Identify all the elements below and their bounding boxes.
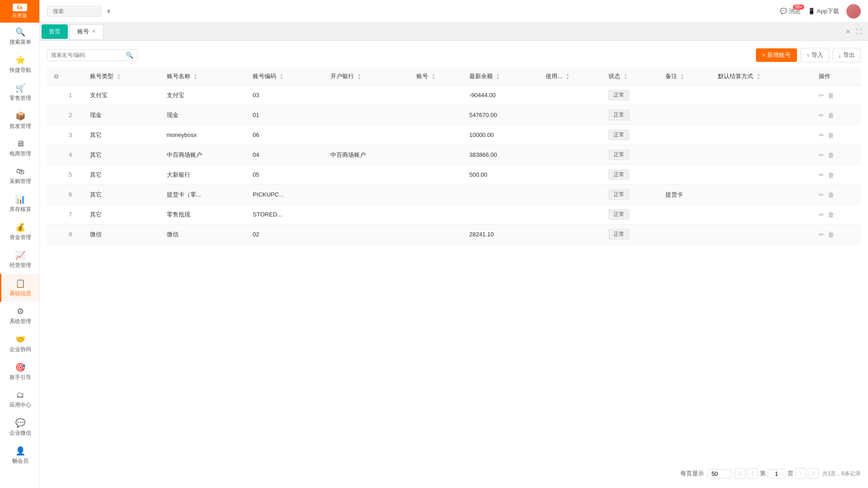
message-button[interactable]: 💬 消息 99+ — [780, 7, 801, 15]
member-icon: 👤 — [15, 446, 25, 456]
edit-button[interactable]: ✏ — [819, 211, 824, 218]
row-default-settlement — [714, 165, 815, 185]
toolbar: 🔍 + 新增账号 ↑ 导入 ↓ 导出 — [47, 48, 861, 62]
edit-button[interactable]: ✏ — [819, 131, 824, 139]
sidebar-item-sys-mgmt[interactable]: ⚙ 系统管理 — [0, 302, 39, 330]
add-account-button[interactable]: + 新增账号 — [756, 48, 797, 62]
page-first-button[interactable]: ⟨⟨ — [735, 468, 745, 479]
account-search-input[interactable] — [51, 52, 126, 58]
sidebar-item-search-menu[interactable]: 🔍 搜索菜单 — [0, 23, 39, 51]
export-icon: ↓ — [839, 52, 842, 59]
sidebar-item-label: 零售管理 — [9, 94, 31, 102]
row-status: 正常 — [605, 85, 662, 105]
export-button[interactable]: ↓ 导出 — [833, 48, 861, 62]
row-status: 正常 — [605, 105, 662, 125]
delete-button[interactable]: 🗑 — [828, 92, 834, 99]
page-nav: ⟨⟨ ⟨ 第 页 ⟩ ⟩⟩ — [735, 468, 819, 479]
status-badge: 正常 — [609, 189, 629, 200]
page-last-button[interactable]: ⟩⟩ — [808, 468, 819, 479]
row-settings-cell — [47, 185, 65, 205]
tab-close-icon[interactable]: ✕ — [92, 28, 96, 34]
edit-button[interactable]: ✏ — [819, 231, 824, 238]
row-usage — [542, 125, 605, 145]
retail-icon: 🛒 — [15, 83, 25, 93]
page-number-input[interactable] — [768, 469, 786, 479]
sidebar-item-ecommerce-mgmt[interactable]: 🖥 电商管理 — [0, 135, 39, 162]
sidebar-item-purchase-mgmt[interactable]: 🛍 采购管理 — [0, 162, 39, 190]
page-next-button[interactable]: ⟩ — [795, 468, 806, 479]
delete-button[interactable]: 🗑 — [828, 231, 834, 238]
header-left: ▾ — [47, 6, 111, 17]
row-type: 其它 — [86, 205, 163, 225]
col-balance[interactable]: 最新余额 ▲▼ — [466, 68, 542, 85]
delete-button[interactable]: 🗑 — [828, 191, 834, 198]
edit-button[interactable]: ✏ — [819, 191, 824, 198]
window-close-button[interactable]: ✕ — [844, 28, 852, 35]
tab-accounts[interactable]: 账号 ✕ — [70, 24, 104, 39]
col-type[interactable]: 账号类型 ▲▼ — [86, 68, 163, 85]
col-bank[interactable]: 开户银行 ▲▼ — [327, 68, 413, 85]
sidebar-item-ops-mgmt[interactable]: 📈 经营管理 — [0, 246, 39, 274]
delete-button[interactable]: 🗑 — [828, 151, 834, 159]
header-dropdown-icon[interactable]: ▾ — [107, 6, 111, 16]
user-avatar[interactable] — [846, 4, 861, 19]
col-account-label: 账号 — [416, 73, 428, 80]
import-label: 导入 — [811, 51, 823, 59]
row-usage — [542, 225, 605, 244]
row-action-cell: ✏ 🗑 — [815, 225, 861, 244]
delete-button[interactable]: 🗑 — [828, 211, 834, 218]
table-row: 4 其它 中百商场账户 04 中百商场账户 383866.00 正常 ✏ 🗑 — [47, 145, 861, 165]
row-status: 正常 — [605, 225, 662, 244]
sidebar-item-member[interactable]: 👤 畅会员 — [0, 441, 39, 469]
row-index: 6 — [65, 185, 86, 205]
edit-button[interactable]: ✏ — [819, 112, 824, 119]
col-name[interactable]: 账号名称 ▲▼ — [163, 68, 250, 85]
content-area: 🔍 + 新增账号 ↑ 导入 ↓ 导出 ⚙ — [40, 41, 868, 488]
col-name-label: 账号名称 — [167, 73, 190, 80]
sidebar-item-label: 快捷导航 — [9, 66, 31, 74]
delete-button[interactable]: 🗑 — [828, 131, 834, 139]
sidebar-item-new-guide[interactable]: 🎯 新手引导 — [0, 358, 39, 386]
col-usage-label: 使用... — [546, 73, 562, 80]
sidebar-item-basic-info[interactable]: 📋 基础信息 — [0, 274, 39, 302]
row-default-settlement — [714, 105, 815, 125]
col-status[interactable]: 状态 ▲▼ — [605, 68, 662, 85]
sidebar-item-app-center[interactable]: 🗂 应用中心 — [0, 386, 39, 413]
tab-home-label: 首页 — [49, 28, 61, 36]
col-usage[interactable]: 使用... ▲▼ — [542, 68, 605, 85]
edit-button[interactable]: ✏ — [819, 92, 824, 99]
col-account[interactable]: 账号 ▲▼ — [413, 68, 466, 85]
sidebar-item-retail-mgmt[interactable]: 🛒 零售管理 — [0, 79, 39, 107]
row-type: 其它 — [86, 165, 163, 185]
sidebar-item-label: 搜索菜单 — [9, 38, 31, 46]
page-prev-button[interactable]: ⟨ — [747, 468, 758, 479]
row-index: 8 — [65, 225, 86, 244]
col-code[interactable]: 账号编码 ▲▼ — [249, 68, 327, 85]
row-bank — [327, 205, 413, 225]
sidebar-item-quick-nav[interactable]: ⭐ 快捷导航 — [0, 51, 39, 79]
sidebar-item-inventory-check[interactable]: 📊 库存核算 — [0, 190, 39, 218]
delete-button[interactable]: 🗑 — [828, 171, 834, 178]
col-remark[interactable]: 备注 ▲▼ — [662, 68, 715, 85]
edit-button[interactable]: ✏ — [819, 151, 824, 159]
row-code: 03 — [249, 85, 327, 105]
delete-button[interactable]: 🗑 — [828, 112, 834, 119]
window-maximize-button[interactable]: ⛶ — [855, 28, 863, 35]
col-default-settlement[interactable]: 默认结算方式 ▲▼ — [714, 68, 815, 85]
sidebar-item-wholesale-mgmt[interactable]: 📦 批发管理 — [0, 107, 39, 135]
import-button[interactable]: ↑ 导入 — [801, 48, 829, 62]
row-bank — [327, 125, 413, 145]
col-action-label: 操作 — [819, 73, 830, 80]
table-row: 7 其它 零售抵现 STORED... 正常 ✏ 🗑 — [47, 205, 861, 225]
sidebar-item-enterprise-wechat[interactable]: 💬 企业微信 — [0, 413, 39, 441]
row-action-cell: ✏ 🗑 — [815, 125, 861, 145]
header-search-input[interactable] — [47, 6, 101, 17]
page-size-select[interactable]: 50 20 100 — [708, 469, 731, 479]
column-settings-icon[interactable]: ⚙ — [53, 73, 59, 80]
sidebar-item-fund-mgmt[interactable]: 💰 资金管理 — [0, 218, 39, 246]
sidebar-item-enterprise-agreement[interactable]: 🤝 企业协同 — [0, 330, 39, 358]
tab-home[interactable]: 首页 — [42, 24, 68, 39]
edit-button[interactable]: ✏ — [819, 171, 824, 178]
app-download-button[interactable]: 📱 App下载 — [808, 7, 839, 15]
row-account — [413, 185, 466, 205]
